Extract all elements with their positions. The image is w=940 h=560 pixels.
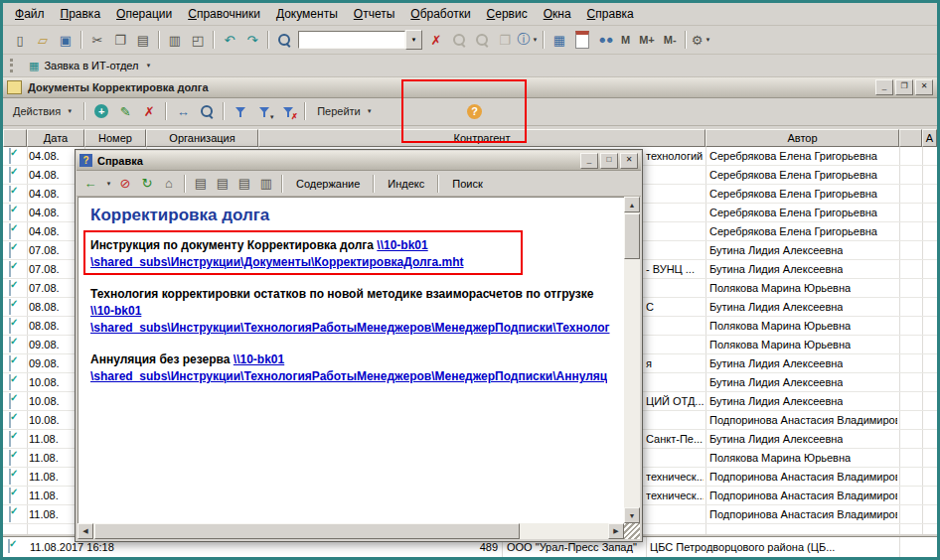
calendar-button[interactable]: [571, 29, 593, 51]
copy-value-button[interactable]: ❐: [494, 29, 516, 51]
scroll-right-button[interactable]: ▶: [608, 523, 624, 539]
memory-recall-button[interactable]: М: [617, 32, 634, 48]
edit-button[interactable]: ✎: [114, 100, 136, 122]
toolbar-separator: [83, 102, 85, 120]
filter-by-value-button[interactable]: ▼: [253, 100, 275, 122]
index-button[interactable]: Индекс: [380, 176, 432, 192]
help-titlebar[interactable]: ? Справка _ □ ✕: [77, 151, 641, 171]
tools-button[interactable]: ⚙▼: [691, 29, 712, 51]
find-previous-button[interactable]: [471, 29, 493, 51]
column-header-cut[interactable]: А: [922, 129, 937, 147]
find-button[interactable]: [273, 29, 295, 51]
copy-button[interactable]: ❐: [109, 29, 131, 51]
memory-add-button[interactable]: М+: [635, 32, 659, 48]
help-button[interactable]: ?: [464, 100, 486, 122]
maximize-button[interactable]: □: [600, 153, 618, 169]
undo-button[interactable]: ↶: [219, 29, 240, 51]
menu-item[interactable]: Документы: [268, 4, 346, 24]
open-button[interactable]: ▱: [32, 29, 54, 51]
close-button[interactable]: ✕: [915, 79, 933, 95]
cut-button[interactable]: ✂: [86, 29, 108, 51]
back-dropdown-button[interactable]: ▼: [102, 174, 113, 194]
toolbar-separator: [543, 31, 545, 49]
scrollbar-thumb[interactable]: [94, 523, 520, 539]
page-button-3[interactable]: ▤: [235, 174, 254, 194]
column-header-author[interactable]: Автор: [705, 129, 899, 147]
scroll-up-button[interactable]: ▲: [624, 197, 640, 212]
cell-contragent-fragment: ЦИЙ ОТД...: [646, 395, 704, 407]
memory-subtract-button[interactable]: М-: [660, 32, 681, 48]
posted-document-icon: [9, 262, 11, 276]
add-button[interactable]: +: [90, 100, 112, 122]
menu-item[interactable]: Отчеты: [346, 4, 403, 24]
column-header-number[interactable]: Номер: [84, 129, 146, 147]
drag-handle[interactable]: [10, 59, 16, 72]
help-link-path[interactable]: \shared_subs\Инструкции\Документы\Коррек…: [90, 254, 464, 271]
vertical-scrollbar[interactable]: ▲ ▼: [624, 197, 640, 523]
date-interval-button[interactable]: ↔: [172, 100, 194, 122]
menu-item[interactable]: Окна: [536, 4, 579, 24]
close-button[interactable]: ✕: [620, 153, 638, 169]
save-button[interactable]: ▣: [55, 29, 77, 51]
cell-author: Бутина Лидия Алексеевна: [709, 376, 843, 388]
menu-item[interactable]: Сервис: [479, 4, 536, 24]
paste-button[interactable]: ▤: [132, 29, 154, 51]
search-button[interactable]: [196, 100, 218, 122]
menu-item[interactable]: Справочники: [180, 4, 268, 24]
restore-button[interactable]: ❐: [895, 79, 913, 95]
column-header-contragent[interactable]: Контрагент: [258, 129, 705, 147]
column-header-extra[interactable]: [899, 129, 922, 147]
panel-item-it-request[interactable]: ▦ Заявка в ИТ-отдел ▼: [23, 58, 157, 74]
column-header-date[interactable]: Дата: [27, 129, 84, 147]
table-button[interactable]: ▦: [548, 29, 570, 51]
column-header-icon[interactable]: [3, 129, 27, 147]
scroll-left-button[interactable]: ◀: [78, 523, 93, 539]
new-document-button[interactable]: ▯: [9, 29, 31, 51]
minimize-button[interactable]: _: [875, 79, 893, 95]
help-link-path[interactable]: \shared_subs\Инструкции\ТехнологияРаботы…: [90, 368, 607, 385]
search-input[interactable]: [298, 31, 405, 49]
panel-item-label: Заявка в ИТ-отдел: [44, 60, 138, 71]
contents-button[interactable]: Содержание: [288, 176, 368, 192]
actions-button[interactable]: Действия▼: [7, 102, 78, 120]
back-button[interactable]: ←: [80, 174, 100, 194]
info-button[interactable]: ⓘ▼: [517, 29, 539, 51]
redo-button[interactable]: ↷: [241, 29, 263, 51]
menu-item[interactable]: Операции: [108, 4, 180, 24]
print-button[interactable]: ▥: [256, 174, 276, 194]
delete-button[interactable]: ✗: [138, 100, 160, 122]
help-link-server[interactable]: \\10-bk01: [90, 304, 141, 318]
search-dropdown-button[interactable]: ▼: [405, 30, 422, 50]
copy-value-icon: ❐: [499, 33, 511, 48]
menu-item[interactable]: Справка: [579, 4, 642, 24]
posted-document-icon: [9, 470, 11, 484]
help-link-path[interactable]: \shared_subs\Инструкции\ТехнологияРаботы…: [90, 320, 610, 337]
search-button[interactable]: Поиск: [444, 176, 490, 192]
find-next-button[interactable]: [448, 29, 470, 51]
filter-button[interactable]: [230, 100, 251, 122]
home-button[interactable]: ⌂: [159, 174, 179, 194]
print-button[interactable]: ▥: [164, 29, 186, 51]
scroll-down-button[interactable]: ▼: [624, 507, 640, 523]
minimize-button[interactable]: _: [580, 153, 598, 169]
help-link-server[interactable]: \\10-bk01: [377, 238, 427, 252]
help-link-server[interactable]: \\10-bk01: [234, 352, 284, 366]
horizontal-scrollbar[interactable]: ◀ ▶: [78, 523, 624, 539]
scrollbar-thumb[interactable]: [624, 213, 640, 259]
menu-item[interactable]: Обработки: [402, 4, 478, 24]
page-button-2[interactable]: ▤: [213, 174, 233, 194]
print-preview-button[interactable]: ◰: [187, 29, 209, 51]
users-button[interactable]: ☻☻: [594, 29, 616, 51]
clear-filter-button[interactable]: ✗: [277, 100, 299, 122]
column-header-organization[interactable]: Организация: [146, 129, 258, 147]
posted-document-icon: [9, 319, 11, 333]
menu-item[interactable]: Файл: [7, 4, 53, 24]
stop-button[interactable]: ⊘: [115, 174, 135, 194]
page-button-1[interactable]: ▤: [191, 174, 211, 194]
resize-grip[interactable]: [624, 523, 640, 539]
goto-button[interactable]: Перейти▼: [311, 102, 379, 120]
menu-item[interactable]: Правка: [53, 4, 109, 24]
refresh-button[interactable]: ↻: [137, 174, 157, 194]
clear-search-button[interactable]: ✗: [425, 29, 447, 51]
document-window-titlebar[interactable]: Документы Корректировка долга _ ❐ ✕: [3, 77, 937, 98]
